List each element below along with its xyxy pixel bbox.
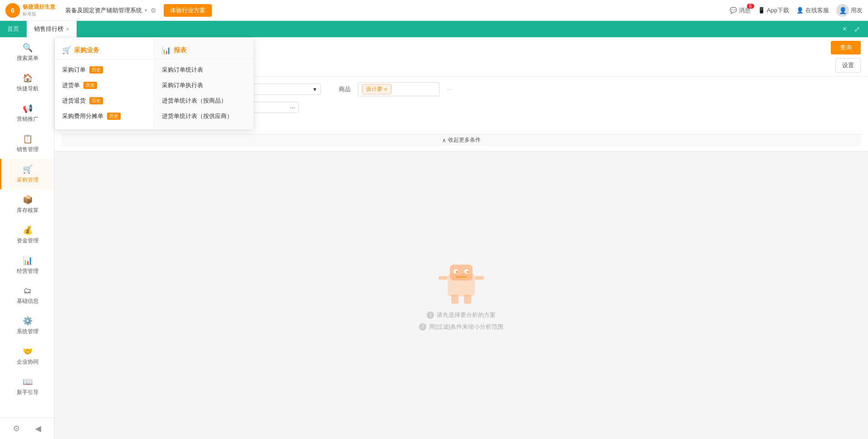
sidebar-item-quick-nav[interactable]: 🏠 快捷导航	[0, 68, 54, 98]
sidebar-settings-btn[interactable]: ⚙	[13, 424, 20, 434]
dropdown-purchase-expense[interactable]: 采购费用分摊单 历史	[55, 109, 154, 124]
svg-rect-8	[456, 276, 467, 278]
goods-return-history-badge: 历史	[89, 97, 103, 104]
service-icon: 👤	[796, 7, 804, 14]
sidebar-item-enterprise-label: 企业协同	[17, 358, 39, 366]
dropdown-goods-receipt[interactable]: 进货单 历史	[55, 78, 154, 93]
settings-btn[interactable]: 设置	[835, 58, 861, 73]
goods-tag-remove[interactable]: ×	[384, 86, 387, 93]
dropdown-goods-stats-by-supplier[interactable]: 进货单统计表（按供应商）	[155, 109, 254, 124]
goods-receipt-label: 进货单	[62, 81, 80, 89]
tab-expand-btn[interactable]: ⤢	[851, 24, 863, 35]
dropdown-goods-return[interactable]: 进货退货 历史	[55, 93, 154, 109]
collapse-label: 收起更多条件	[448, 136, 481, 144]
svg-rect-3	[450, 265, 473, 281]
report-col-icon: 📊	[162, 46, 171, 54]
purchase-expense-history-badge: 历史	[107, 113, 121, 120]
dropdown-purchase-order-stats[interactable]: 采购订单统计表	[155, 62, 254, 78]
goods-receipt-history-badge: 历史	[83, 82, 97, 89]
app-download-label: App下载	[767, 6, 789, 15]
empty-svg	[434, 260, 488, 306]
message-btn[interactable]: 💬 消息 6	[730, 6, 751, 15]
sidebar: 🔍 搜索菜单 🏠 快捷导航 📢 营销推广 📋 销售管理 🛒 采购管理 📦 库存核…	[0, 37, 54, 439]
tab-bar: 首页 销售排行榜 × × ⤢	[0, 21, 868, 37]
message-icon: 💬	[730, 7, 737, 14]
sidebar-item-system[interactable]: ⚙️ 系统管理	[0, 311, 54, 341]
collapse-icon: ∧	[442, 137, 446, 143]
tab-sales-rank-close[interactable]: ×	[66, 26, 69, 32]
query-btn[interactable]: 查询	[831, 41, 861, 54]
sidebar-collapse-btn[interactable]: ◀	[35, 424, 41, 434]
message-badge: 6	[747, 4, 754, 9]
purchase-col-icon: 🛒	[62, 46, 71, 54]
sidebar-item-quick-nav-label: 快捷导航	[17, 85, 39, 93]
empty-hint1-row: 1 请先选择要分析的方案	[427, 311, 496, 319]
sidebar-item-sales[interactable]: 📋 销售管理	[0, 128, 54, 159]
purchase-col: 🛒 采购业务 采购订单 历史 进货单 历史 进货退货 历史 采购费用分摊单 历史	[55, 38, 154, 129]
user-btn[interactable]: 👤 用友	[836, 4, 863, 17]
empty-state: 1 请先选择要分析的方案 2 用[过滤]条件来缩小分析范围	[54, 152, 868, 439]
tab-close-all-btn[interactable]: ×	[840, 24, 849, 34]
purchase-col-label: 采购业务	[74, 46, 99, 54]
goods-tag-text: 设计赛	[366, 85, 382, 93]
system-icon: ⚙️	[23, 316, 33, 326]
dropdown-purchase-order-exec[interactable]: 采购订单执行表	[155, 78, 254, 93]
svg-rect-9	[439, 276, 448, 280]
purchase-order-exec-label: 采购订单执行表	[162, 81, 203, 89]
sidebar-item-operations-label: 经营管理	[17, 267, 39, 275]
app-download-btn[interactable]: 📱 App下载	[758, 6, 789, 15]
salesperson-arrow-icon: ···	[290, 104, 295, 111]
sidebar-item-search[interactable]: 🔍 搜索菜单	[0, 37, 54, 68]
sidebar-item-enterprise[interactable]: 🤝 企业协同	[0, 341, 54, 371]
empty-hint1: 请先选择要分析的方案	[437, 311, 496, 319]
report-col-label: 报表	[174, 46, 186, 54]
sidebar-item-purchase[interactable]: 🛒 采购管理	[0, 159, 54, 189]
empty-hint2: 用[过滤]条件来缩小分析范围	[429, 323, 503, 331]
sidebar-item-guide[interactable]: 📖 新手引导	[0, 371, 54, 402]
sidebar-item-basic-info[interactable]: 🗂 基础信息	[0, 281, 54, 311]
dropdown-goods-stats-by-item[interactable]: 进货单统计表（按商品）	[155, 93, 254, 109]
tab-sales-rank-label: 销售排行榜	[34, 25, 63, 33]
sales-icon: 📋	[23, 134, 33, 144]
doc-status-arrow-icon: ▾	[313, 86, 317, 93]
sidebar-bottom: ⚙ ◀	[0, 418, 54, 439]
empty-hint2-row: 2 用[过滤]条件来缩小分析范围	[419, 323, 503, 331]
goods-filter[interactable]: 设计赛 ×	[358, 82, 439, 96]
svg-rect-11	[451, 295, 458, 304]
marketing-icon: 📢	[23, 104, 33, 113]
goods-tag: 设计赛 ×	[362, 84, 391, 94]
enterprise-icon: 🤝	[23, 346, 33, 356]
sidebar-item-inventory[interactable]: 📦 库存核算	[0, 189, 54, 220]
tab-sales-rank[interactable]: 销售排行榜 ×	[27, 21, 77, 37]
basic-info-icon: 🗂	[24, 286, 32, 296]
user-label: 用友	[851, 6, 863, 15]
search-icon: 🔍	[23, 43, 33, 53]
svg-point-7	[467, 271, 468, 273]
system-settings-icon[interactable]: ⚙	[151, 7, 156, 14]
dropdown-purchase-order[interactable]: 采购订单 历史	[55, 62, 154, 78]
sidebar-item-capital-label: 资金管理	[17, 237, 39, 245]
sidebar-item-purchase-label: 采购管理	[17, 176, 39, 184]
industry-btn[interactable]: 体验行业方案	[164, 4, 212, 17]
inventory-icon: 📦	[23, 195, 33, 205]
tab-home[interactable]: 首页	[0, 21, 27, 37]
online-service-btn[interactable]: 👤 在线客服	[796, 6, 829, 15]
system-title-arrow-icon[interactable]: ▾	[145, 8, 147, 13]
goods-stats-by-supplier-label: 进货单统计表（按供应商）	[162, 112, 233, 120]
sidebar-item-operations[interactable]: 📊 经营管理	[0, 250, 54, 281]
purchase-icon: 🛒	[23, 164, 33, 174]
sidebar-item-inventory-label: 库存核算	[17, 207, 39, 214]
sidebar-item-marketing[interactable]: 📢 营销推广	[0, 98, 54, 128]
logo-sub: 标准版	[23, 11, 55, 17]
svg-rect-10	[475, 276, 484, 280]
capital-icon: 💰	[23, 225, 33, 235]
sidebar-item-system-label: 系统管理	[17, 328, 39, 335]
collapse-btn[interactable]: ∧ 收起更多条件	[62, 134, 861, 146]
svg-rect-12	[464, 295, 471, 304]
sidebar-item-capital[interactable]: 💰 资金管理	[0, 220, 54, 250]
sidebar-item-search-label: 搜索菜单	[17, 54, 39, 62]
header-right: 💬 消息 6 📱 App下载 👤 在线客服 👤 用友	[730, 4, 863, 17]
svg-text:6: 6	[11, 7, 15, 14]
sidebar-item-basic-info-label: 基础信息	[17, 297, 39, 305]
purchase-order-stats-label: 采购订单统计表	[162, 66, 203, 74]
